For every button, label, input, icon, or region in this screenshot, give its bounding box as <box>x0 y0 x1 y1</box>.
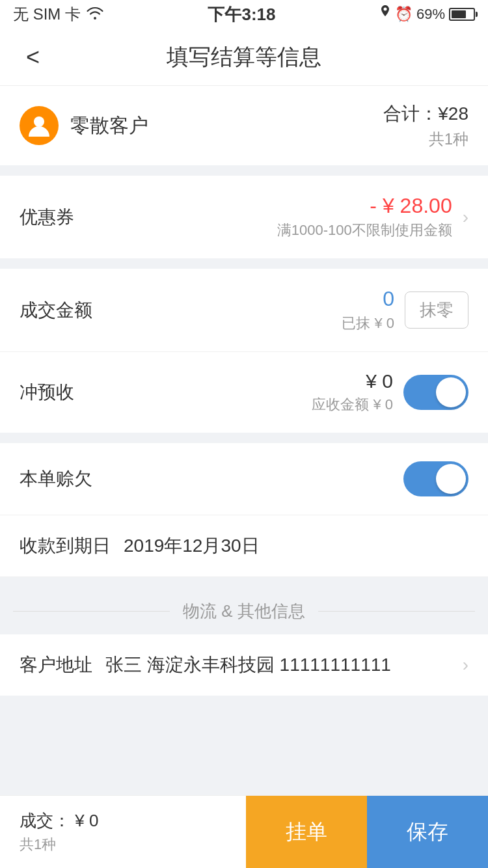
total-count: 共1种 <box>383 129 468 150</box>
due-date-row: 收款到期日 2019年12月30日 <box>0 515 488 577</box>
save-button[interactable]: 保存 <box>367 796 488 868</box>
bottom-summary-top: 成交： ¥ 0 <box>20 809 226 832</box>
avatar <box>20 106 59 145</box>
coupon-row[interactable]: 优惠券 - ¥ 28.00 满1000-100不限制使用金额 › <box>0 176 488 258</box>
location-icon <box>379 5 391 23</box>
debt-right <box>403 461 468 496</box>
customer-summary: 合计：¥28 共1种 <box>383 102 468 150</box>
chevron-right-icon: › <box>463 207 468 228</box>
toggle-knob <box>436 377 466 407</box>
transaction-amount-right: 0 已抹 ¥ 0 抹零 <box>342 287 468 333</box>
coupon-desc: 满1000-100不限制使用金额 <box>277 221 452 240</box>
customer-name: 零散客户 <box>70 113 148 139</box>
battery-icon <box>449 8 475 21</box>
debt-toggle-knob <box>436 464 466 494</box>
prereceive-value-block: ¥ 0 应收金额 ¥ 0 <box>312 370 393 414</box>
prereceive-sub: 应收金额 ¥ 0 <box>312 395 393 414</box>
page-title: 填写结算等信息 <box>167 42 321 72</box>
prereceive-row: 冲预收 ¥ 0 应收金额 ¥ 0 <box>0 352 488 433</box>
transaction-amount-value-block: 0 已抹 ¥ 0 <box>342 287 394 333</box>
round-button[interactable]: 抹零 <box>405 292 468 329</box>
header-line-left <box>13 611 170 612</box>
debt-section: 本单赊欠 收款到期日 2019年12月30日 <box>0 443 488 577</box>
coupon-right: - ¥ 28.00 满1000-100不限制使用金额 › <box>277 194 468 240</box>
wifi-icon <box>86 5 104 23</box>
transaction-amount-row: 成交金额 0 已抹 ¥ 0 抹零 <box>0 269 488 352</box>
coupon-value: - ¥ 28.00 满1000-100不限制使用金额 <box>277 194 452 240</box>
address-row[interactable]: 客户地址 张三 海淀永丰科技园 11111111111 › <box>0 634 488 696</box>
status-right: ⏰ 69% <box>379 5 475 23</box>
due-date-label: 收款到期日 <box>20 534 111 558</box>
transaction-amount-value: 0 <box>342 287 394 311</box>
transaction-amount-label: 成交金额 <box>20 298 92 323</box>
content: 零散客户 合计：¥28 共1种 优惠券 - ¥ 28.00 满1000-100不… <box>0 86 488 774</box>
bottom-summary: 成交： ¥ 0 共1种 <box>0 796 246 868</box>
address-label: 客户地址 <box>20 653 92 677</box>
prereceive-right: ¥ 0 应收金额 ¥ 0 <box>312 370 468 414</box>
alarm-icon: ⏰ <box>395 6 413 23</box>
coupon-section: 优惠券 - ¥ 28.00 满1000-100不限制使用金额 › <box>0 176 488 258</box>
nav-bar: < 填写结算等信息 <box>0 29 488 86</box>
svg-point-0 <box>34 116 44 127</box>
prereceive-toggle[interactable] <box>403 375 468 410</box>
debt-row: 本单赊欠 <box>0 443 488 515</box>
bottom-summary-sub: 共1种 <box>20 835 226 854</box>
address-value: 张三 海淀永丰科技园 11111111111 <box>105 653 463 677</box>
bottom-bar: 成交： ¥ 0 共1种 挂单 保存 <box>0 795 488 868</box>
header-line-right <box>318 611 475 612</box>
logistics-header: 物流 & 其他信息 <box>0 588 488 634</box>
back-button[interactable]: < <box>20 37 46 77</box>
prereceive-amount: ¥ 0 <box>312 370 393 392</box>
transaction-amount-sub: 已抹 ¥ 0 <box>342 314 394 333</box>
address-chevron-icon: › <box>463 655 468 675</box>
total-label: 合计：¥28 <box>383 102 468 126</box>
customer-left: 零散客户 <box>20 106 148 145</box>
coupon-label: 优惠券 <box>20 205 74 230</box>
status-left: 无 SIM 卡 <box>13 4 104 25</box>
amount-section: 成交金额 0 已抹 ¥ 0 抹零 冲预收 ¥ 0 应收金额 ¥ 0 <box>0 269 488 433</box>
logistics-header-text: 物流 & 其他信息 <box>183 600 305 623</box>
debt-toggle[interactable] <box>403 461 468 496</box>
status-time: 下午3:18 <box>208 3 275 26</box>
customer-row: 零散客户 合计：¥28 共1种 <box>0 86 488 165</box>
battery-percent: 69% <box>416 6 445 23</box>
carrier-label: 无 SIM 卡 <box>13 4 81 25</box>
coupon-amount: - ¥ 28.00 <box>277 194 452 218</box>
hold-button[interactable]: 挂单 <box>246 796 367 868</box>
prereceive-label: 冲预收 <box>20 380 74 405</box>
due-date-value: 2019年12月30日 <box>124 534 260 558</box>
debt-label: 本单赊欠 <box>20 467 92 491</box>
status-bar: 无 SIM 卡 下午3:18 ⏰ 69% <box>0 0 488 29</box>
